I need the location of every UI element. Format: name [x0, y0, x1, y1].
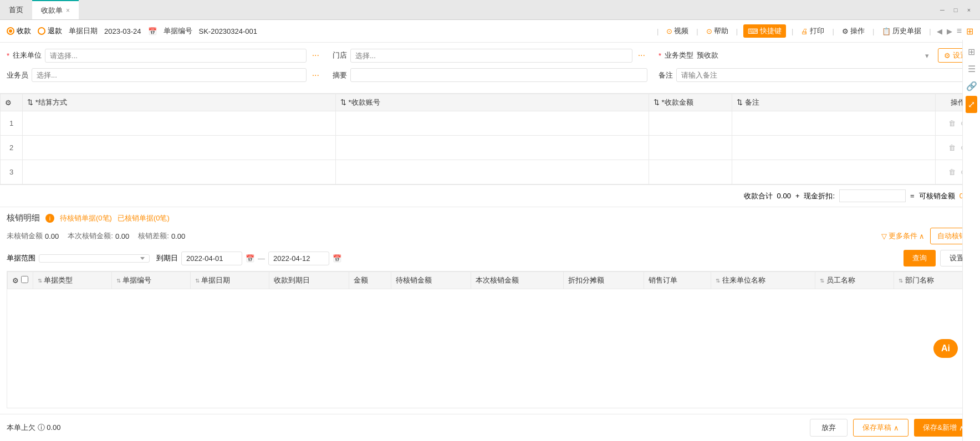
- nav-next-icon[interactable]: ▶: [947, 27, 952, 35]
- save-draft-button[interactable]: 保存草稿 ∧: [853, 419, 908, 437]
- remark-cell-3[interactable]: [732, 160, 935, 184]
- counterparty-input[interactable]: [45, 49, 307, 63]
- operation-label: 操作: [850, 26, 865, 36]
- settlement-cell-2[interactable]: [23, 136, 336, 160]
- sidebar-list-icon[interactable]: ☰: [966, 61, 978, 76]
- settlement-cell-1[interactable]: [23, 111, 336, 136]
- video-icon: ⊙: [666, 27, 672, 35]
- sidebar-link-icon[interactable]: 🔗: [964, 79, 979, 94]
- sidebar-table-icon[interactable]: ⊞: [966, 44, 977, 59]
- th-counterparty: ⇅ 往来单位名称: [711, 272, 815, 289]
- counterparty-more-icon[interactable]: ···: [310, 50, 321, 60]
- no-value: SK-20230324-001: [199, 27, 258, 35]
- range-select[interactable]: [39, 254, 150, 263]
- date-value[interactable]: 2023-03-24: [104, 27, 141, 35]
- amount-cell-1[interactable]: [649, 111, 732, 136]
- operation-button[interactable]: ⚙ 操作: [840, 25, 867, 37]
- store-more-icon[interactable]: ···: [636, 50, 647, 60]
- more-filter-button[interactable]: ▽ 更多条件 ∧: [881, 231, 925, 241]
- settlement-cell-3[interactable]: [23, 160, 336, 184]
- business-required-star: *: [659, 52, 661, 60]
- account-cell-2[interactable]: [335, 136, 649, 160]
- table-row: 3 🗑 ⊕: [1, 160, 980, 184]
- remark-input[interactable]: [676, 68, 973, 82]
- gear-bottom-icon[interactable]: ⚙: [12, 276, 19, 285]
- help-button[interactable]: ⊙ 帮助: [704, 25, 731, 37]
- th-remark: ⇅ 备注: [732, 94, 935, 111]
- verify-title: 核销明细 i 待核销单据(0笔) 已核销单据(0笔): [7, 213, 973, 223]
- radio-receive[interactable]: 收款: [7, 26, 31, 36]
- plus-sign: +: [795, 192, 800, 200]
- calendar-icon[interactable]: 📅: [148, 27, 157, 35]
- salesman-input[interactable]: [32, 68, 307, 82]
- th-employee: ⇅ 员工名称: [815, 272, 894, 289]
- tab-active[interactable]: 收款单 ×: [32, 0, 79, 19]
- salesman-label: 业务员: [7, 70, 28, 80]
- delete-icon-2[interactable]: 🗑: [948, 143, 956, 152]
- store-input[interactable]: [350, 49, 632, 63]
- right-sidebar: ⊞ ☰ 🔗 ⤢: [962, 40, 980, 441]
- total-label: 收款合计: [744, 191, 773, 201]
- account-cell-3[interactable]: [335, 160, 649, 184]
- sort-icon4: ⇅: [737, 98, 743, 106]
- view-list-icon[interactable]: ≡: [957, 26, 962, 36]
- minimize-button[interactable]: ─: [938, 6, 947, 14]
- delete-icon-1[interactable]: 🗑: [948, 119, 956, 127]
- th-gear[interactable]: ⚙: [1, 94, 23, 111]
- discount-label: 现金折扣:: [804, 191, 835, 201]
- th-amount: ⇅ *收款金额: [649, 94, 732, 111]
- remark-cell-1[interactable]: [732, 111, 935, 136]
- ai-bubble[interactable]: Ai: [933, 339, 958, 358]
- shortcut-icon: ⌨: [748, 27, 758, 35]
- close-button[interactable]: ×: [964, 6, 973, 14]
- delete-icon-3[interactable]: 🗑: [948, 168, 956, 176]
- discount-input[interactable]: [839, 189, 906, 202]
- summary-input[interactable]: [350, 68, 647, 82]
- calendar-to-icon[interactable]: 📅: [333, 254, 341, 263]
- row-num-3: 3: [1, 160, 23, 184]
- radio-refund-label: 退款: [48, 26, 62, 36]
- verify-info-icon[interactable]: i: [45, 214, 54, 223]
- th-settlement: ⇅ *结算方式: [23, 94, 336, 111]
- salesman-more-icon[interactable]: ···: [310, 70, 321, 80]
- discard-button[interactable]: 放弃: [810, 419, 848, 437]
- nav-prev-icon[interactable]: ◀: [937, 27, 942, 35]
- query-button[interactable]: 查询: [904, 250, 936, 266]
- select-all-checkbox[interactable]: [21, 276, 28, 283]
- sidebar-expand-icon[interactable]: ⤢: [966, 96, 977, 113]
- unverified-stat: 未核销金额 0.00: [7, 231, 59, 241]
- video-button[interactable]: ⊙ 视频: [664, 25, 691, 37]
- print-label: 打印: [810, 26, 824, 36]
- this-time-value: 0.00: [115, 232, 129, 240]
- shortcut-button[interactable]: ⌨ 快捷键: [743, 24, 786, 38]
- print-button[interactable]: 🖨 打印: [799, 25, 826, 37]
- data-table: ⚙ ⇅ *结算方式 ⇅ *收款账号 ⇅ *收款金额 ⇅ 备注 操作 1 🗑: [0, 94, 980, 184]
- radio-refund[interactable]: 退款: [38, 26, 62, 36]
- business-type-dropdown-icon[interactable]: ▾: [925, 52, 929, 60]
- equals-sign: =: [910, 192, 915, 200]
- counterparty-label: 往来单位: [13, 50, 42, 60]
- amount-cell-2[interactable]: [649, 136, 732, 160]
- date-to-input[interactable]: [268, 252, 329, 265]
- form-area: * 往来单位 ··· 门店 ··· * 业务类型 预收款 ▾ ⚙ 设置: [0, 43, 980, 94]
- amount-cell-3[interactable]: [649, 160, 732, 184]
- tab-close-icon[interactable]: ×: [66, 7, 70, 14]
- sort-icon3: ⇅: [654, 98, 660, 106]
- gear-icon: ⚙: [944, 52, 951, 60]
- calendar-from-icon[interactable]: 📅: [246, 254, 254, 263]
- account-cell-1[interactable]: [335, 111, 649, 136]
- bottom-info-label: 本单上欠: [7, 423, 35, 432]
- date-from-input[interactable]: [181, 252, 242, 265]
- filter-row: 单据范围 到期日 📅 — 📅 查询 设置: [7, 250, 973, 266]
- remark-cell-2[interactable]: [732, 136, 935, 160]
- view-grid-icon[interactable]: ⊞: [966, 26, 973, 37]
- done-tab[interactable]: 已核销单据(0笔): [118, 213, 170, 223]
- history-button[interactable]: 📋 历史单据: [880, 25, 923, 37]
- maximize-button[interactable]: □: [951, 6, 960, 14]
- pending-tab[interactable]: 待核销单据(0笔): [60, 213, 112, 223]
- table-section: ⚙ ⇅ *结算方式 ⇅ *收款账号 ⇅ *收款金额 ⇅ 备注 操作 1 🗑: [0, 94, 980, 207]
- row-num-1: 1: [1, 111, 23, 136]
- tab-home[interactable]: 首页: [0, 0, 32, 19]
- total-value: 0.00: [777, 192, 791, 200]
- radio-receive-dot: [7, 27, 14, 35]
